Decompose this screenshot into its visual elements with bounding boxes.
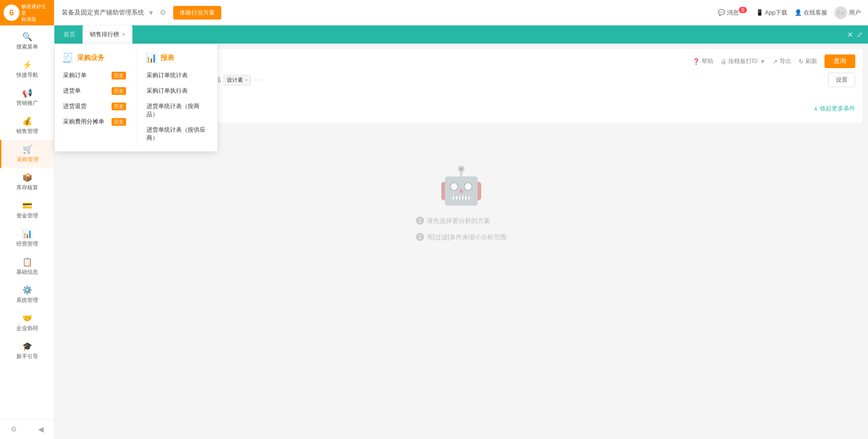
purchase-business-icon: 🧾 [62,52,73,63]
report-inbound-goods-item[interactable]: 进货单统计表（按商品） [142,99,214,122]
hint2-circle: 2 [416,233,424,241]
report-col: 📊 报表 采购订单统计表 采购订单执行表 进货单统计表（按商品） 进货单统计表（… [138,49,218,146]
tab-bar-right: ✕ ⤢ [847,30,866,39]
sidebar-item-quick-nav[interactable]: ⚡ 快捷导航 [0,55,54,84]
print-icon: 🖨 [721,58,727,65]
tab-bar: 首页 销售排行榜 × ✕ ⤢ [54,25,868,44]
purchase-expense-item[interactable]: 采购费用分摊单 历史 [59,114,131,129]
setting-btn[interactable]: 设置 [828,73,855,87]
phone-icon: 📱 [756,9,763,16]
sidebar-nav: 🔍 搜索菜单 ⚡ 快捷导航 📢 营销推广 💰 销售管理 🛒 采购管理 📦 库存核… [0,25,54,419]
sidebar-item-finance[interactable]: 💳 资金管理 [0,196,54,224]
avatar: Ea [834,6,847,19]
help-btn[interactable]: ❓ 帮助 [692,57,713,65]
report-inbound-supplier-item[interactable]: 进货单统计表（按供应商） [142,122,214,146]
empty-hint-1: 1 请先选择要分析的方案 2 用[过滤]条件来缩小分析范围 [416,214,507,243]
purchase-order-history-badge: 历史 [112,72,126,79]
export-btn[interactable]: ↗ 导出 [773,57,791,65]
messages-badge: 9 [739,7,747,13]
goods-tag-close-icon[interactable]: × [245,77,248,83]
tab-home[interactable]: 首页 [56,25,83,44]
purchase-icon: 🛒 [23,144,33,154]
sidebar-item-search[interactable]: 🔍 搜索菜单 [0,27,54,55]
empty-state-icon: 🤖 [439,164,484,207]
enterprise-icon: 🤝 [22,313,32,323]
purchase-dropdown-menu: 🧾 采购业务 采购订单 历史 进货单 历史 进货退货 历史 采购费用分摊单 历史… [54,44,218,152]
purchase-inbound-item[interactable]: 进货单 历史 [59,83,131,99]
goods-tag: 设计素 × [224,75,251,85]
export-icon: ↗ [773,58,778,65]
report-order-stats-item[interactable]: 采购订单统计表 [142,68,214,83]
user-btn[interactable]: Ea 用户 [834,6,861,19]
finance-icon: 💳 [22,201,32,211]
sidebar-item-system[interactable]: ⚙️ 系统管理 [0,281,54,309]
report-order-exec-item[interactable]: 采购订单执行表 [142,83,214,99]
tab-sales-ranking[interactable]: 销售排行榜 × [83,25,132,44]
sidebar-item-enterprise[interactable]: 🤝 企业协同 [0,309,54,337]
marketing-icon: 📢 [22,88,32,98]
online-service-btn[interactable]: 👤 在线客服 [795,9,827,17]
purchase-return-history-badge: 历史 [112,103,126,110]
industry-btn[interactable]: 体验行业方案 [173,6,221,20]
tab-close-icon[interactable]: × [122,31,125,38]
purchase-business-header: 🧾 采购业务 [59,49,131,68]
print-btn[interactable]: 🖨 按模板打印 ▼ [721,57,766,65]
search-icon: 🔍 [22,32,32,42]
report-icon: 📊 [146,52,157,63]
sidebar-settings-btn[interactable]: ⚙ [10,425,17,434]
header-gear-icon[interactable]: ⚙ [160,8,166,17]
sidebar-item-sales[interactable]: 💰 销售管理 [0,112,54,140]
system-title: 装备及固定资产辅助管理系统 [62,9,144,17]
messages-btn[interactable]: 💬 消息 9 [718,9,749,17]
purchase-expense-history-badge: 历史 [112,118,126,126]
sidebar-item-inventory[interactable]: 📦 库存核算 [0,168,54,196]
quick-nav-icon: ⚡ [22,60,32,70]
sidebar: 6 畅捷通好生意 标准版 🔍 搜索菜单 ⚡ 快捷导航 📢 营销推广 💰 销售管理… [0,0,54,439]
hint1-circle: 1 [416,217,424,225]
purchase-business-col: 🧾 采购业务 采购订单 历史 进货单 历史 进货退货 历史 采购费用分摊单 历史 [55,49,134,146]
tab-close-window-icon[interactable]: ✕ [847,30,853,39]
header-dropdown-icon[interactable]: ▼ [148,9,154,16]
refresh-icon: ↻ [799,58,804,65]
service-icon: 👤 [795,9,802,16]
inventory-icon: 📦 [22,173,32,183]
sidebar-logo: 6 畅捷通好生意 标准版 [0,0,54,25]
logo-text: 畅捷通好生意 标准版 [21,3,50,23]
menu-divider [136,49,137,146]
logo-icon: 6 [4,5,20,21]
header-title-area: 装备及固定资产辅助管理系统 ▼ ⚙ 体验行业方案 [62,6,718,20]
operations-icon: 📊 [22,229,32,239]
query-btn[interactable]: 查询 [824,54,855,68]
purchase-return-item[interactable]: 进货退货 历史 [59,99,131,114]
sidebar-item-guide[interactable]: 🎓 新手引导 [0,337,54,365]
header-right: 💬 消息 9 📱 App下载 👤 在线客服 Ea 用户 [718,6,861,19]
help-icon: ❓ [692,58,700,65]
sidebar-footer: ⚙ ◀ [0,419,54,439]
basic-info-icon: 📋 [22,257,32,267]
goods-more-icon[interactable]: ··· [254,76,262,84]
sidebar-item-basic-info[interactable]: 📋 基础信息 [0,252,54,281]
report-header: 📊 报表 [142,49,214,68]
print-dropdown-icon: ▼ [760,58,766,65]
system-icon: ⚙️ [22,285,32,295]
purchase-order-item[interactable]: 采购订单 历史 [59,68,131,83]
top-header: 装备及固定资产辅助管理系统 ▼ ⚙ 体验行业方案 💬 消息 9 📱 App下载 … [54,0,868,25]
tab-maximize-icon[interactable]: ⤢ [857,30,863,39]
app-download-btn[interactable]: 📱 App下载 [756,9,787,17]
collapse-icon: ∧ [814,105,818,112]
sales-icon: 💰 [22,116,32,126]
sidebar-item-purchase[interactable]: 🛒 采购管理 [0,140,54,168]
message-icon: 💬 [718,9,725,16]
sidebar-item-marketing[interactable]: 📢 营销推广 [0,84,54,112]
sidebar-collapse-btn[interactable]: ◀ [38,425,44,434]
collapse-btn[interactable]: ∧ 收起更多条件 [814,104,855,113]
guide-icon: 🎓 [22,341,32,351]
refresh-btn[interactable]: ↻ 刷新 [799,57,817,65]
purchase-inbound-history-badge: 历史 [112,87,126,95]
sidebar-item-operations[interactable]: 📊 经营管理 [0,224,54,252]
